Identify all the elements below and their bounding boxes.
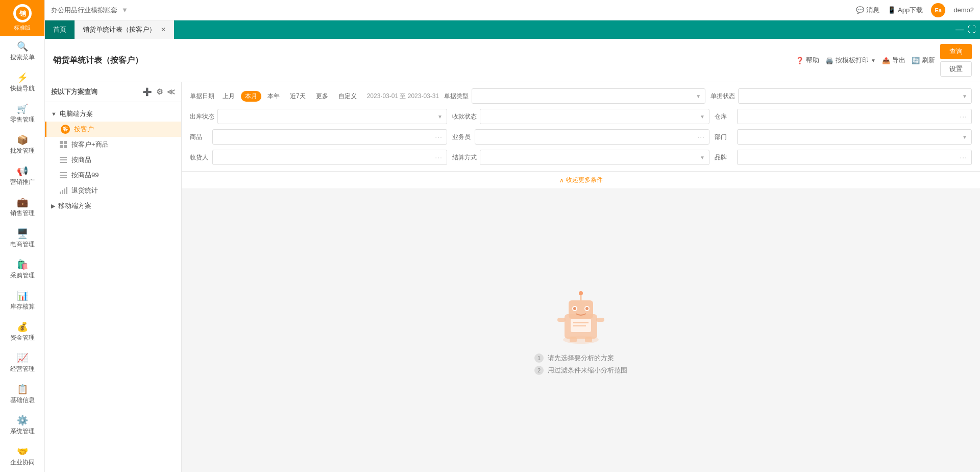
page-header-actions: ❓ 帮助 🖨️ 按模板打印 ▼ 📤 导出 🔄 刷新	[796, 56, 935, 65]
sidebar-item-operation[interactable]: 📈 经营管理	[0, 347, 44, 379]
app-download-btn[interactable]: 📱 App下载	[888, 6, 923, 15]
sidebar-item-purchase-label: 采购管理	[10, 271, 35, 280]
sidebar-item-wholesale[interactable]: 📦 批发管理	[0, 129, 44, 160]
by-goods-99-icon	[59, 171, 67, 179]
date-tab-this-year[interactable]: 本年	[263, 91, 284, 102]
help-btn[interactable]: ❓ 帮助	[796, 56, 819, 65]
svg-rect-5	[64, 145, 67, 148]
sidebar-item-system[interactable]: ⚙️ 系统管理	[0, 410, 44, 441]
tab-maximize-icon[interactable]: ⛶	[968, 25, 976, 34]
payment-status-input[interactable]: ▼	[480, 109, 709, 124]
sidebar-item-sales[interactable]: 💼 销售管理	[0, 192, 44, 223]
doc-status-field[interactable]	[743, 92, 962, 100]
tab-sales-stats[interactable]: 销货单统计表（按客户） ✕	[75, 20, 174, 39]
recipient-input[interactable]: ···	[212, 150, 447, 165]
tree-child-return-stats[interactable]: 退货统计	[45, 183, 181, 198]
goods-input[interactable]: ···	[212, 129, 447, 145]
tree-child-by-customer[interactable]: 客 按客户	[45, 122, 181, 137]
brand-input[interactable]: ···	[737, 150, 972, 165]
avatar-text: Ea	[935, 7, 942, 13]
sidebar-item-finance[interactable]: 💰 资金管理	[0, 316, 44, 347]
sidebar-item-retail[interactable]: 🛒 零售管理	[0, 98, 44, 129]
settings-button[interactable]: 设置	[940, 61, 972, 77]
date-tab-this-month[interactable]: 本月	[241, 91, 261, 102]
doc-type-input[interactable]: ▼	[472, 88, 705, 104]
sidebar-item-marketing[interactable]: 📢 营销推广	[0, 160, 44, 192]
sidebar-item-quicknav-label: 快捷导航	[10, 84, 35, 93]
tree-parent-desktop[interactable]: ▼ 电脑端方案	[45, 106, 181, 122]
industry-dropdown-icon[interactable]: ▼	[121, 6, 128, 14]
wholesale-icon: 📦	[17, 134, 28, 146]
brand-field[interactable]	[742, 154, 960, 161]
collapse-bar[interactable]: ∧ 收起更多条件	[182, 172, 980, 189]
collapse-panel-icon[interactable]: ≪	[167, 87, 175, 97]
date-tab-7days[interactable]: 近7天	[286, 91, 310, 102]
tree-child-by-goods[interactable]: 按商品	[45, 152, 181, 168]
body-layout: 按以下方案查询 ➕ ⚙ ≪ ▼ 电脑端方案 客 按客户	[45, 82, 980, 472]
department-field[interactable]	[742, 133, 962, 140]
tab-close-btn[interactable]: ✕	[161, 26, 166, 33]
date-tabs: 上月 本月 本年 近7天 更多 自定义	[218, 91, 361, 102]
settlement-field[interactable]	[484, 154, 700, 161]
doc-status-input[interactable]: ▼	[738, 88, 972, 104]
tab-home[interactable]: 首页	[45, 20, 75, 39]
sidebar-item-enterprise[interactable]: 🤝 企业协同	[0, 441, 44, 472]
print-btn[interactable]: 🖨️ 按模板打印 ▼	[825, 56, 876, 65]
refresh-btn[interactable]: 🔄 刷新	[912, 56, 935, 65]
message-btn[interactable]: 💬 消息	[856, 6, 879, 15]
sidebar-item-inventory[interactable]: 📊 库存核算	[0, 285, 44, 316]
doc-status-label: 单据状态	[710, 92, 735, 101]
marketing-icon: 📢	[17, 166, 28, 177]
date-tab-last-month[interactable]: 上月	[218, 91, 239, 102]
query-button[interactable]: 查询	[940, 44, 972, 59]
tip-num-1: 1	[534, 353, 544, 363]
goods-field[interactable]	[217, 133, 435, 140]
sales-icon: 💼	[17, 197, 28, 208]
date-tab-custom[interactable]: 自定义	[334, 91, 361, 102]
sidebar-item-marketing-label: 营销推广	[10, 178, 35, 186]
return-stats-icon	[59, 186, 67, 195]
add-scheme-icon[interactable]: ➕	[142, 87, 152, 97]
tree-child-by-goods-99[interactable]: 按商品99	[45, 168, 181, 183]
user-name: demo2	[953, 6, 974, 14]
by-customer-goods-icon	[59, 140, 67, 149]
recipient-dots-icon: ···	[435, 153, 443, 161]
sidebar-logo[interactable]: 销 标准版	[0, 0, 44, 36]
outbound-status-input[interactable]: ▼	[217, 109, 447, 124]
recipient-field[interactable]	[217, 154, 435, 161]
tree-child-by-customer-goods[interactable]: 按客户+商品	[45, 137, 181, 152]
filter-row-3: 商品 ··· 业务员 ···	[190, 129, 972, 145]
edit-scheme-icon[interactable]: ⚙	[156, 87, 163, 97]
tree-parent-mobile[interactable]: ▶ 移动端方案	[45, 198, 181, 214]
outbound-status-field[interactable]	[222, 113, 437, 120]
topbar-left: 办公用品行业模拟账套 ▼	[51, 6, 128, 15]
department-input[interactable]: ▼	[737, 129, 972, 145]
message-label: 消息	[866, 6, 879, 15]
tip-2-text: 用过滤条件来缩小分析范围	[548, 366, 627, 375]
outbound-chevron-icon: ▼	[437, 114, 443, 120]
date-tab-more[interactable]: 更多	[312, 91, 332, 102]
sidebar-item-basic[interactable]: 📋 基础信息	[0, 379, 44, 410]
doc-status-chevron-icon: ▼	[962, 93, 967, 99]
payment-status-field[interactable]	[484, 113, 700, 120]
warehouse-field[interactable]	[742, 113, 960, 120]
user-avatar[interactable]: Ea	[931, 3, 945, 17]
enterprise-icon: 🤝	[17, 446, 28, 457]
doc-type-field[interactable]	[476, 92, 696, 100]
date-filter: 单据日期 上月 本月 本年 近7天 更多 自定义 2023-03-01 至 20…	[190, 91, 439, 102]
tab-minimize-icon[interactable]: —	[955, 25, 964, 34]
settlement-input[interactable]: ▼	[480, 150, 709, 165]
sidebar-item-ecommerce[interactable]: 🖥️ 电商管理	[0, 223, 44, 254]
warehouse-input[interactable]: ···	[737, 109, 972, 124]
sidebar-item-search[interactable]: 🔍 搜索菜单	[0, 36, 44, 67]
export-btn[interactable]: 📤 导出	[882, 56, 905, 65]
tab-home-label: 首页	[53, 25, 66, 34]
filter-department: 部门 ▼	[715, 129, 972, 145]
svg-rect-9	[60, 172, 67, 173]
sidebar-item-quicknav[interactable]: ⚡ 快捷导航	[0, 67, 44, 98]
salesperson-field[interactable]	[479, 133, 697, 140]
salesperson-input[interactable]: ···	[475, 129, 709, 145]
filter-area: 单据日期 上月 本月 本年 近7天 更多 自定义 2023-03-01 至 20…	[182, 82, 980, 172]
sidebar-item-purchase[interactable]: 🛍️ 采购管理	[0, 254, 44, 285]
download-icon: 📱	[888, 6, 896, 14]
